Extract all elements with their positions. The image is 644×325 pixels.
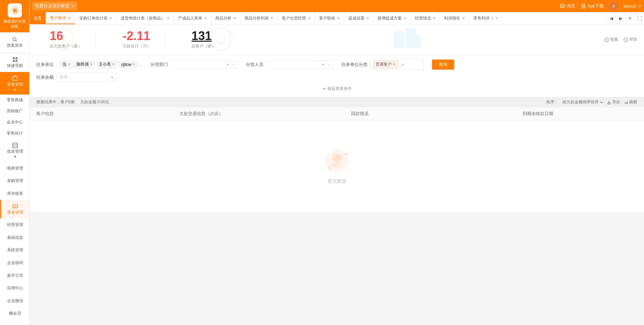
sidebar-nav-list: 零售管理 ▲ 零售商城 营销推广 会员中心 零售统计 批发管理 ▼ 电商管理 采… bbox=[0, 72, 29, 325]
tab-biz-situation[interactable]: 经营情况 ✕ bbox=[411, 12, 440, 24]
sidebar-item-sys-mgmt[interactable]: 系统管理 bbox=[0, 244, 29, 256]
svg-rect-21 bbox=[394, 31, 404, 48]
filter-tag-wu: 伍 ✕ bbox=[60, 61, 73, 68]
bg-icon-3 bbox=[392, 26, 423, 52]
sidebar-logo[interactable]: 畅 畅捷通好生意 标版 bbox=[0, 0, 29, 32]
sidebar-item-quick-nav[interactable]: 快捷导航 bbox=[0, 53, 29, 72]
more-tags-button[interactable]: ... bbox=[139, 62, 142, 67]
balance-select[interactable]: 选择... bbox=[56, 73, 117, 82]
sort-button[interactable]: 按欠款金额倒序排序 bbox=[562, 99, 603, 105]
tab-close-achievement[interactable]: ✕ bbox=[403, 16, 406, 21]
user-menu-button[interactable]: demo2 bbox=[623, 4, 641, 9]
sidebar-item-member[interactable]: 会员中心 bbox=[0, 117, 29, 128]
search-result-count: 搜索结果中，客户0家 bbox=[36, 99, 75, 105]
tab-close-tip[interactable]: ✕ bbox=[366, 16, 369, 21]
sidebar-item-ops-mgmt[interactable]: 经营管理 bbox=[0, 218, 29, 231]
tab-close-customer-book[interactable]: ✕ bbox=[68, 16, 71, 20]
search-menu-button[interactable]: 搜索菜单 bbox=[2, 35, 27, 50]
svg-point-30 bbox=[334, 156, 336, 158]
refresh-button[interactable]: 刷新 bbox=[624, 99, 637, 105]
stat2-label: 欠款合计（万） bbox=[123, 43, 151, 49]
tab-new-achievement[interactable]: 新增提成方案 ✕ bbox=[374, 12, 411, 24]
tab-close-analysis[interactable]: ✕ bbox=[233, 16, 236, 21]
tab-customer-contact[interactable]: 客户联络 ✕ bbox=[315, 12, 344, 24]
unit-class-select[interactable]: 普通客户 ✕ bbox=[370, 59, 424, 70]
app-download-button[interactable]: App下载 bbox=[581, 3, 604, 9]
sidebar-item-enterprise-wechat[interactable]: 企业微信 bbox=[0, 294, 29, 307]
tab-close-purchase[interactable]: ✕ bbox=[109, 16, 112, 21]
remove-tag-chen[interactable]: ✕ bbox=[90, 62, 93, 67]
tab-navigation: ◀ ▶ ✕ ⛶ bbox=[606, 12, 644, 24]
tab-close-analysis-list[interactable]: ✕ bbox=[270, 16, 273, 21]
sidebar-item-basic-info[interactable]: 基础信息 bbox=[0, 231, 29, 244]
th-payback: 回款情况 bbox=[351, 111, 523, 117]
topbar: 母婴行业演示帐套 消息 App下载 d demo2 bbox=[30, 0, 644, 12]
sidebar-item-marketing[interactable]: 营销推广 bbox=[0, 106, 29, 117]
tab-close-incoming[interactable]: ✕ bbox=[167, 16, 170, 21]
dept-filter-label: 分管部门 bbox=[151, 62, 168, 68]
person-select[interactable]: ··· bbox=[266, 61, 333, 69]
empty-state: 暂无数据 bbox=[30, 120, 644, 211]
tab-product-analysis-list[interactable]: 商品分析列表 ✕ bbox=[241, 12, 278, 24]
results-actions: 排序： 按欠款金额倒序排序 导出 刷新 bbox=[546, 99, 637, 105]
tab-scroll-right[interactable]: ▶ bbox=[616, 12, 625, 24]
filter-section: 往来单位 | 伍 ✕ 陈民强 ✕ 王小亮 ✕ bbox=[30, 55, 644, 97]
sidebar-item-retail-stats[interactable]: 零售统计 bbox=[0, 128, 29, 139]
sidebar-item-retail-mall[interactable]: 零售商城 bbox=[0, 95, 29, 106]
avatar[interactable]: d bbox=[609, 2, 618, 10]
tab-close-biz[interactable]: ✕ bbox=[433, 16, 436, 21]
tab-scroll-left[interactable]: ◀ bbox=[606, 12, 616, 24]
tab-close-retail[interactable]: ✕ bbox=[495, 16, 498, 21]
tab-retail-profit[interactable]: 零售利润（ ✕ bbox=[469, 12, 503, 24]
sidebar-item-new-guide[interactable]: 新手引导 bbox=[0, 269, 29, 282]
export-button[interactable]: 导出 bbox=[607, 99, 620, 105]
tab-incoming-stats[interactable]: 进货单统计表（按商品） ✕ bbox=[117, 12, 174, 24]
remove-tag-cjttcw[interactable]: ✕ bbox=[132, 62, 135, 67]
unit-class-label: 往来单位分类 bbox=[341, 62, 368, 68]
sidebar-item-ecommerce[interactable]: 电商管理 bbox=[0, 162, 29, 175]
sidebar-item-retail-mgmt[interactable]: 零售管理 ▲ bbox=[0, 72, 29, 95]
remove-tag-wang[interactable]: ✕ bbox=[112, 62, 115, 67]
help-button[interactable]: ? 帮助 bbox=[624, 37, 637, 42]
sidebar-item-enterprise[interactable]: 企业协同 bbox=[0, 256, 29, 269]
stat-debt-total: -2.11 欠款合计（万） bbox=[96, 30, 165, 49]
tab-tip-settings[interactable]: 提成设置 ✕ bbox=[344, 12, 374, 24]
sidebar-item-finance[interactable]: 资金管理 bbox=[0, 200, 29, 219]
sidebar-search-section: 搜索菜单 bbox=[0, 32, 29, 53]
sidebar-item-app-center[interactable]: 应用中心 bbox=[0, 282, 29, 294]
query-button[interactable]: 查询 bbox=[432, 60, 454, 70]
remove-unit-class[interactable]: ✕ bbox=[393, 62, 396, 67]
sidebar-item-member-vip[interactable]: 畅会员 bbox=[0, 307, 29, 320]
tab-close-all[interactable]: ✕ bbox=[625, 12, 635, 24]
tab-customer-tier[interactable]: 客户分层经营 ✕ bbox=[278, 12, 315, 24]
account-selector[interactable]: 母婴行业演示帐套 bbox=[32, 2, 77, 10]
tab-profit-report[interactable]: 利润报告 ✕ bbox=[440, 12, 469, 24]
debt-amount-result: 欠款金额 0.00元 bbox=[80, 99, 110, 105]
dept-select[interactable]: ··· bbox=[171, 61, 238, 69]
tab-product-analysis[interactable]: 商品分析 ✕ bbox=[211, 12, 241, 24]
svg-point-31 bbox=[346, 153, 348, 155]
content-area: ¥ 16 总欠款客户（家） -2.11 欠款合计（万） 131 总客户（家） bbox=[30, 25, 644, 325]
tab-fullscreen[interactable]: ⛶ bbox=[635, 12, 644, 24]
filter-collapse-section: 收起更多条件 bbox=[36, 84, 637, 93]
tab-close-profit[interactable]: ✕ bbox=[462, 16, 465, 21]
video-help-button[interactable]: 视频 bbox=[604, 37, 618, 42]
tab-customer-book[interactable]: 客户账本 ✕ bbox=[46, 12, 75, 24]
remove-tag-wu[interactable]: ✕ bbox=[68, 62, 71, 67]
tab-home[interactable]: 首页 bbox=[30, 12, 46, 24]
data-table: 客户信息 欠款交易信息（占比） 回款情况 到期未收款日期 bbox=[30, 107, 644, 211]
tab-close-tier[interactable]: ✕ bbox=[308, 16, 311, 21]
stat-total-clients: 131 总客户（家） bbox=[165, 30, 229, 49]
message-button[interactable]: 消息 bbox=[560, 3, 575, 9]
tab-purchase-orders[interactable]: 采购订单统计表 ✕ bbox=[75, 12, 117, 24]
empty-text: 暂无数据 bbox=[328, 178, 346, 184]
sidebar-item-purchase[interactable]: 采购管理 bbox=[0, 174, 29, 187]
collapse-filters-button[interactable]: 收起更多条件 bbox=[322, 86, 352, 92]
svg-rect-5 bbox=[15, 57, 17, 59]
sidebar-item-batch-mgmt[interactable]: 批发管理 ▼ bbox=[0, 139, 29, 162]
stat1-value: 16 bbox=[50, 30, 63, 42]
tab-close-contact[interactable]: ✕ bbox=[337, 16, 340, 21]
tab-product-inbound[interactable]: 产成品入库单 ✕ bbox=[174, 12, 211, 24]
sidebar-item-inventory[interactable]: 库存核算 bbox=[0, 187, 29, 200]
tab-close-product[interactable]: ✕ bbox=[204, 16, 207, 21]
